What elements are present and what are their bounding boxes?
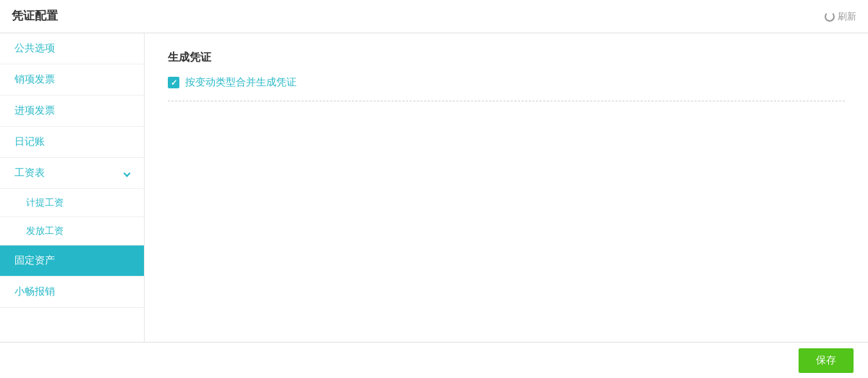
sidebar-item-label: 发放工资 bbox=[26, 225, 64, 236]
sidebar-item-expense-report[interactable]: 小畅报销 bbox=[0, 277, 144, 308]
sidebar-item-label: 固定资产 bbox=[14, 254, 55, 267]
save-button[interactable]: 保存 bbox=[799, 348, 854, 373]
page-wrapper: 凭证配置 刷新 公共选项 销项发票 进项发票 日记账 工资表 bbox=[0, 0, 868, 378]
body: 公共选项 销项发票 进项发票 日记账 工资表 计提工资 发放工资 固定资产 bbox=[0, 33, 868, 342]
sidebar-item-label: 销项发票 bbox=[14, 73, 55, 86]
sidebar-item-sales-invoice[interactable]: 销项发票 bbox=[0, 64, 144, 96]
sidebar-item-pay-salary[interactable]: 发放工资 bbox=[0, 217, 144, 245]
sidebar-item-label: 日记账 bbox=[14, 135, 45, 148]
sidebar-item-label: 进项发票 bbox=[14, 104, 55, 117]
sidebar-item-purchase-invoice[interactable]: 进项发票 bbox=[0, 96, 144, 127]
sidebar-item-label: 小畅报销 bbox=[14, 285, 55, 298]
sidebar-item-accrual-salary[interactable]: 计提工资 bbox=[0, 189, 144, 217]
footer: 保存 bbox=[0, 342, 868, 378]
refresh-button[interactable]: 刷新 bbox=[825, 10, 856, 23]
sidebar-item-label: 公共选项 bbox=[14, 42, 55, 55]
page-title: 凭证配置 bbox=[12, 9, 58, 24]
refresh-label: 刷新 bbox=[838, 10, 856, 23]
header: 凭证配置 刷新 bbox=[0, 0, 868, 33]
sidebar-item-label: 计提工资 bbox=[26, 197, 64, 208]
sidebar-item-journal[interactable]: 日记账 bbox=[0, 127, 144, 158]
section-title: 生成凭证 bbox=[168, 51, 845, 64]
section-divider bbox=[168, 101, 845, 101]
sidebar-item-label: 工资表 bbox=[14, 167, 45, 180]
checkmark-icon: ✓ bbox=[171, 78, 177, 88]
sidebar-item-payroll[interactable]: 工资表 bbox=[0, 158, 144, 189]
chevron-down-icon bbox=[124, 169, 131, 177]
checkbox-label[interactable]: 按变动类型合并生成凭证 bbox=[185, 76, 297, 89]
sidebar-item-fixed-assets[interactable]: 固定资产 bbox=[0, 245, 144, 277]
merge-by-type-checkbox[interactable]: ✓ bbox=[168, 77, 179, 88]
main-content: 生成凭证 ✓ 按变动类型合并生成凭证 bbox=[145, 33, 868, 342]
sidebar-item-public-options[interactable]: 公共选项 bbox=[0, 33, 144, 64]
sidebar: 公共选项 销项发票 进项发票 日记账 工资表 计提工资 发放工资 固定资产 bbox=[0, 33, 145, 342]
refresh-icon bbox=[825, 12, 835, 22]
checkbox-row: ✓ 按变动类型合并生成凭证 bbox=[168, 76, 845, 89]
